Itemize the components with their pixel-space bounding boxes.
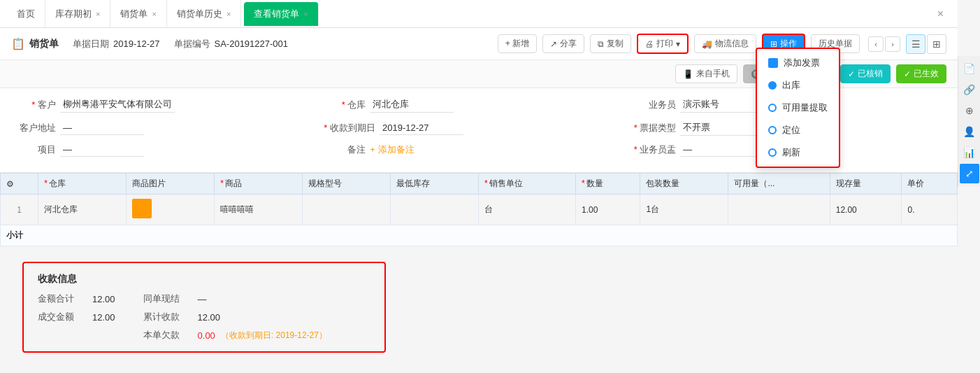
row-pack-qty: 1台 (640, 195, 728, 225)
doc-meta: 单据日期 2019-12-27 单据编号 SA-20191227-001 (73, 38, 498, 50)
tab-sales-history[interactable]: 销货单历史 × (167, 0, 241, 28)
sidebar-chart-icon[interactable]: 📊 (960, 143, 979, 162)
row-product: 嘻嘻嘻嘻 (215, 195, 303, 225)
list-view-button[interactable]: ☰ (906, 34, 925, 54)
cumulative-label: 累计收款 (143, 311, 192, 323)
payment-col-2: 同单现结 — 累计收款 12.00 本单欠款 0.00 （收款到期日: 2019… (143, 293, 327, 342)
menu-item-add-invoice[interactable]: 添加发票 (757, 52, 839, 74)
col-product-img: 商品图片 (127, 174, 215, 195)
payment-date-field: 收款到期日 2019-12-27 (324, 121, 633, 135)
warehouse-label: 仓库 (324, 99, 366, 111)
global-close-button[interactable]: × (930, 8, 951, 20)
sidebar-expand-icon[interactable]: ⤢ (960, 164, 979, 183)
row-number: 1 (1, 195, 38, 225)
sidebar-add-icon[interactable]: ⊕ (960, 101, 979, 120)
sidebar-doc-icon[interactable]: 📄 (960, 59, 979, 78)
cumulative-row: 累计收款 12.00 (143, 311, 327, 323)
warehouse-value[interactable]: 河北仓库 (370, 97, 454, 113)
next-button[interactable]: › (885, 36, 900, 52)
menu-item-locate[interactable]: 定位 (757, 119, 839, 141)
close-view-sales-tab[interactable]: × (303, 10, 308, 18)
add-invoice-label: 添加发票 (784, 57, 820, 69)
warehouse-field: 仓库 河北仓库 (324, 97, 633, 113)
row-current-stock: 12.00 (830, 195, 902, 225)
row-spec (303, 195, 391, 225)
share-button[interactable]: ↗ 分享 (542, 34, 584, 53)
col-warehouse: *仓库 (38, 174, 127, 195)
number-value: SA-20191227-001 (215, 38, 289, 49)
date-value: 2019-12-27 (113, 38, 160, 49)
logistics-button[interactable]: 🚚 物流信息 (694, 34, 756, 53)
menu-item-outbound[interactable]: 出库 (757, 74, 839, 97)
tab-inventory-init[interactable]: 库存期初 × (45, 0, 110, 28)
col-settings[interactable]: ⚙ (1, 174, 38, 195)
effective-button[interactable]: ✓ 已生效 (896, 64, 946, 83)
print-icon: 🖨 (645, 39, 654, 49)
salesperson-label: 业务员盂 (634, 143, 677, 156)
add-remark-button[interactable]: 添加备注 (370, 143, 414, 156)
payment-info-section: 收款信息 金额合计 12.00 成交金额 12.00 (22, 262, 386, 353)
staff-value: 演示账号 (680, 97, 764, 113)
subtotal-row: 小计 (1, 225, 958, 246)
customer-value[interactable]: 柳州粤港平安气体有限公司 (60, 97, 175, 113)
col-available: 可用量（... (728, 174, 830, 195)
payment-section-wrapper: 收款信息 金额合计 12.00 成交金额 12.00 (0, 246, 958, 368)
void-icon: ✓ (848, 69, 855, 79)
sidebar-link-icon[interactable]: 🔗 (960, 80, 979, 99)
project-value[interactable]: — (60, 143, 144, 157)
voided-button[interactable]: ✓ 已核销 (840, 64, 891, 83)
new-button[interactable]: + 新增 (498, 34, 537, 53)
transaction-label: 成交金额 (38, 311, 87, 323)
outbound-label: 出库 (782, 79, 800, 92)
payment-rows: 金额合计 12.00 成交金额 12.00 同单现结 — (38, 293, 370, 342)
print-button[interactable]: 🖨 打印 ▾ (637, 34, 689, 54)
remark-field: 备注 添加备注 (324, 143, 633, 156)
subtotal-label: 小计 (1, 225, 958, 246)
close-inventory-tab[interactable]: × (96, 10, 100, 18)
total-amount-row: 金额合计 12.00 (38, 293, 115, 305)
payment-date-value[interactable]: 2019-12-27 (380, 121, 463, 135)
row-unit-price: 0. (902, 195, 958, 225)
sidebar-user-icon[interactable]: 👤 (960, 122, 979, 141)
refresh-icon (768, 148, 777, 157)
date-label: 单据日期 (73, 38, 109, 50)
transaction-row: 成交金额 12.00 (38, 311, 115, 323)
close-history-tab[interactable]: × (226, 10, 231, 18)
total-value: 12.00 (92, 294, 115, 304)
copy-button[interactable]: ⧉ 复制 (590, 34, 631, 53)
menu-item-available-qty[interactable]: 可用量提取 (757, 97, 839, 119)
salesperson-value[interactable]: — (680, 143, 764, 157)
total-label: 金额合计 (38, 293, 87, 305)
row-warehouse: 河北仓库 (38, 195, 127, 225)
logistics-icon: 🚚 (702, 39, 712, 49)
same-order-row: 同单现结 — (143, 293, 327, 305)
ticket-type-value[interactable]: 不开票 (680, 120, 764, 136)
same-order-value: — (198, 294, 207, 304)
address-label: 客户地址 (14, 122, 56, 134)
from-phone-button[interactable]: 📱 来自手机 (675, 64, 737, 83)
refresh-label: 刷新 (782, 146, 800, 159)
right-sidebar: 📄 🔗 ⊕ 👤 📊 ⤢ (958, 56, 980, 186)
effective-icon: ✓ (904, 69, 911, 79)
print-dropdown-arrow: ▾ (676, 39, 680, 49)
prev-button[interactable]: ‹ (868, 36, 884, 52)
tab-sales-order[interactable]: 销货单 × (110, 0, 166, 28)
menu-item-refresh[interactable]: 刷新 (757, 141, 839, 164)
col-pack-qty: 包装数量 (640, 174, 728, 195)
address-value[interactable]: — (60, 121, 144, 135)
tab-home[interactable]: 首页 (7, 0, 45, 28)
nav-arrows: ‹ › (868, 36, 900, 52)
customer-label: 客户 (14, 99, 56, 111)
col-unit-price: 单价 (902, 174, 958, 195)
project-field: 项目 — (14, 143, 324, 157)
tab-view-sales[interactable]: 查看销货单 × (244, 2, 318, 26)
grid-view-button[interactable]: ⊞ (927, 34, 946, 54)
operations-dropdown: 添加发票 出库 可用量提取 定位 刷新 (756, 48, 840, 168)
copy-icon: ⧉ (598, 39, 604, 49)
available-qty-icon (768, 104, 777, 112)
doc-number-field: 单据编号 SA-20191227-001 (174, 38, 289, 50)
row-sales-unit: 台 (479, 195, 576, 225)
payment-title: 收款信息 (38, 273, 370, 286)
close-sales-tab[interactable]: × (152, 10, 156, 18)
address-field: 客户地址 — (14, 121, 324, 135)
